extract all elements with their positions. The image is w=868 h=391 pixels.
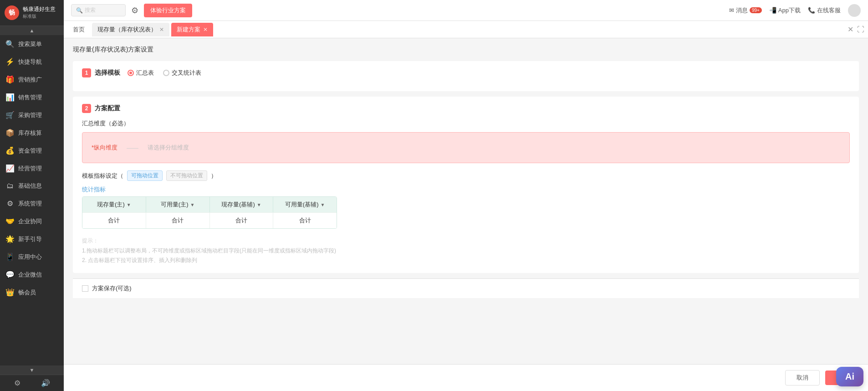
dimension-box[interactable]: *纵向维度 —— 请选择分组维度 [82, 132, 850, 163]
sidebar-item-sales[interactable]: 📊 销售管理 [0, 88, 64, 106]
topbar-search-box[interactable]: 🔍 搜索 [71, 4, 126, 16]
settings-icon[interactable]: ⚙ [131, 5, 138, 15]
close-tab-icon[interactable]: ✕ [848, 25, 853, 34]
guide-icon: 🌟 [5, 235, 15, 243]
stats-cell-2: 合计 [146, 213, 210, 228]
sidebar-item-inventory[interactable]: 📦 库存核算 [0, 124, 64, 142]
sidebar-item-system[interactable]: ⚙ 系统管理 [0, 195, 64, 212]
stats-section-title: 统计指标 [82, 185, 850, 194]
marketing-icon: 🎁 [5, 75, 15, 84]
app-download-icon: 📲 [769, 7, 776, 14]
dimension-label: 汇总维度（必选） [82, 119, 850, 128]
settings-bottom-icon[interactable]: ⚙ [14, 379, 20, 387]
save-label: 方案保存(可选) [92, 284, 132, 293]
save-option-row: 方案保存(可选) [73, 278, 859, 298]
sidebar-item-quick-nav[interactable]: ⚡ 快捷导航 [0, 53, 64, 71]
radio-label-cross: 交叉统计表 [172, 69, 201, 77]
stats-col4-label: 可用量(基辅) [285, 201, 319, 209]
sidebar-item-operations[interactable]: 📈 经营管理 [0, 159, 64, 177]
app-version: 标准版 [23, 13, 56, 20]
sidebar-item-search[interactable]: 🔍 搜索菜单 [0, 35, 64, 53]
tab-home[interactable]: 首页 [67, 23, 90, 36]
step2-header: 2 方案配置 [82, 104, 850, 113]
home-tab-label: 首页 [73, 26, 85, 34]
inventory-tab-close[interactable]: ✕ [159, 26, 164, 33]
step1-badge: 1 [82, 68, 91, 77]
dimension-placeholder: 请选择分组维度 [148, 144, 189, 152]
service-icon: 📞 [808, 7, 815, 14]
app-center-icon: 📱 [5, 252, 15, 261]
indicator-label-text: 模板指标设定（ [82, 172, 123, 180]
radio-dot-cross [163, 70, 169, 76]
stats-table-header: 现存量(主) ▼ 可用量(主) ▼ 现存量(基辅) ▼ [82, 197, 337, 212]
sidebar-item-app-center[interactable]: 📱 应用中心 [0, 248, 64, 266]
stats-header-col1[interactable]: 现存量(主) ▼ [82, 197, 146, 212]
indicator-label-row: 模板指标设定（ 可拖动位置 不可拖动位置 ） [82, 170, 850, 181]
audio-icon[interactable]: 🔊 [41, 379, 50, 387]
sidebar: 畅 畅康通好生意 标准版 ▲ 🔍 搜索菜单 ⚡ 快捷导航 🎁 营销推广 📊 销售… [0, 0, 64, 391]
sidebar-item-basic-info[interactable]: 🗂 基础信息 [0, 177, 64, 195]
radio-dot-summary [128, 70, 134, 76]
radio-summary-table[interactable]: 汇总表 [128, 69, 154, 77]
purchase-icon: 🛒 [5, 111, 15, 119]
sidebar-bottom: ⚙ 🔊 [0, 375, 64, 391]
page-scroll-area: 现存量(库存状况表)方案设置 1 选择模板 汇总表 交叉统计表 [64, 38, 868, 391]
sidebar-scroll-down[interactable]: ▼ [0, 365, 64, 375]
sidebar-item-purchase[interactable]: 🛒 采购管理 [0, 106, 64, 124]
main-area: 🔍 搜索 ⚙ 体验行业方案 ✉ 消息 99+ 📲 App下载 📞 在线客服 首页 [64, 0, 868, 391]
sidebar-logo: 畅 畅康通好生意 标准版 [0, 0, 64, 26]
radio-cross-table[interactable]: 交叉统计表 [163, 69, 201, 77]
dimension-required-text: *纵向维度 [92, 144, 117, 152]
page-content: 现存量(库存状况表)方案设置 1 选择模板 汇总表 交叉统计表 [64, 38, 868, 364]
tab-inventory-status[interactable]: 现存量（库存状况表） ✕ [92, 23, 169, 36]
footer-buttons: 取消 查询 [64, 364, 868, 391]
indicator-settings: 模板指标设定（ 可拖动位置 不可拖动位置 ） 统计指标 现存量(主) ▼ [82, 170, 850, 266]
topbar: 🔍 搜索 ⚙ 体验行业方案 ✉ 消息 99+ 📲 App下载 📞 在线客服 [64, 0, 868, 21]
stats-header-col3[interactable]: 现存量(基辅) ▼ [210, 197, 274, 212]
tab-new-scheme[interactable]: 新建方案 ✕ [171, 23, 213, 36]
step1-title: 选择模板 [95, 69, 120, 77]
chevron-down-icon-col4: ▼ [321, 202, 325, 207]
expand-tab-icon[interactable]: ⛶ [857, 26, 864, 34]
fixed-tag: 不可拖动位置 [166, 170, 207, 181]
stats-col3-label: 现存量(基辅) [221, 201, 255, 209]
search-placeholder-text: 搜索 [85, 6, 96, 14]
sidebar-item-marketing[interactable]: 🎁 营销推广 [0, 71, 64, 88]
sidebar-item-cooperation[interactable]: 🤝 企业协同 [0, 212, 64, 230]
save-checkbox[interactable] [82, 285, 88, 292]
sidebar-item-label: 库存核算 [18, 129, 42, 137]
stats-header-col4[interactable]: 可用量(基辅) ▼ [273, 197, 337, 212]
stats-table-row: 合计 合计 合计 合计 [82, 212, 337, 228]
chevron-down-icon-col3: ▼ [257, 202, 261, 207]
cancel-button[interactable]: 取消 [785, 370, 820, 386]
sidebar-item-label: 资金管理 [18, 147, 42, 155]
sidebar-item-label: 新手引导 [18, 235, 42, 243]
stats-header-col2[interactable]: 可用量(主) ▼ [146, 197, 210, 212]
sidebar-item-wechat[interactable]: 💬 企业微信 [0, 266, 64, 283]
sidebar-item-label: 企业微信 [18, 271, 42, 279]
sidebar-item-label: 经营管理 [18, 165, 42, 173]
sidebar-item-finance[interactable]: 💰 资金管理 [0, 142, 64, 159]
online-service-button[interactable]: 📞 在线客服 [808, 6, 841, 15]
sidebar-item-member[interactable]: 👑 畅会员 [0, 283, 64, 301]
tips-section: 提示： 1.拖动标题栏可以调整布局，不可跨维度或指标区域拖动栏目字段(只能在同一… [82, 236, 850, 266]
step2-title: 方案配置 [95, 104, 120, 113]
message-button[interactable]: ✉ 消息 99+ [729, 6, 762, 15]
stats-cell-1: 合计 [82, 213, 146, 228]
app-download-button[interactable]: 📲 App下载 [769, 6, 801, 15]
indicator-suffix: ） [211, 172, 217, 180]
template-radio-group: 汇总表 交叉统计表 [128, 69, 201, 77]
tabs-right-actions: ✕ ⛶ [848, 25, 864, 34]
app-name: 畅康通好生意 [23, 6, 56, 13]
tips-title: 提示： [82, 237, 98, 244]
quick-nav-icon: ⚡ [5, 57, 15, 66]
new-scheme-tab-label: 新建方案 [177, 26, 200, 34]
sidebar-item-guide[interactable]: 🌟 新手引导 [0, 230, 64, 248]
system-icon: ⚙ [5, 199, 15, 208]
chevron-down-icon-col1: ▼ [127, 202, 131, 207]
sidebar-scroll-up[interactable]: ▲ [0, 26, 64, 35]
trial-button[interactable]: 体验行业方案 [144, 4, 192, 17]
ai-float-button[interactable]: Ai [836, 367, 863, 386]
user-avatar[interactable] [848, 4, 861, 17]
new-scheme-tab-close[interactable]: ✕ [203, 26, 208, 33]
